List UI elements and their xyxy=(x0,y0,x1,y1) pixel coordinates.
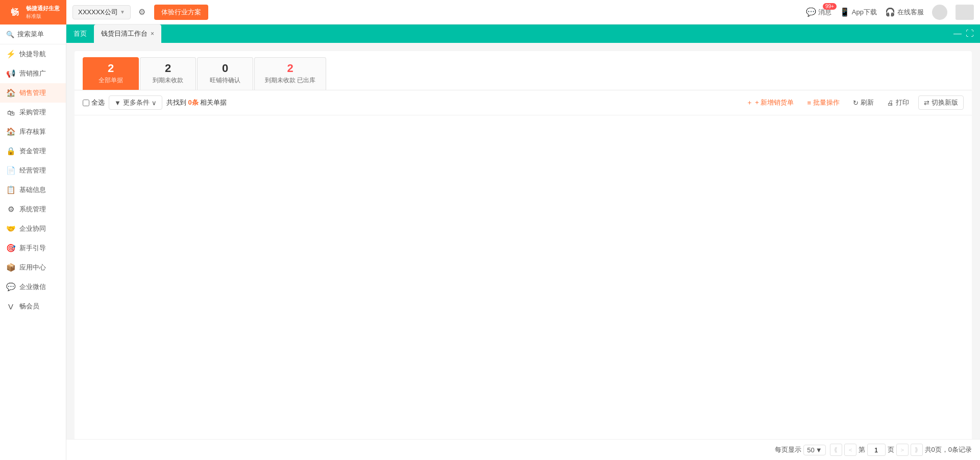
stat-label-overdue-unshipped: 到期未收款 已出库 xyxy=(265,76,315,85)
sidebar-icon-enterprise: 🤝 xyxy=(6,224,15,233)
sidebar-item-app-center[interactable]: 📦应用中心 xyxy=(0,258,66,277)
search-label: 搜索菜单 xyxy=(17,30,44,39)
sidebar-icon-basic-info: 📋 xyxy=(6,185,15,195)
online-service-action[interactable]: 🎧 在线客服 xyxy=(885,7,924,17)
switch-version-button[interactable]: ⇄ 切换新版 xyxy=(918,95,964,110)
chevron-down-icon: ▼ xyxy=(120,9,125,15)
sidebar-icon-app-center: 📦 xyxy=(6,263,15,272)
message-badge: 99+ xyxy=(823,3,837,10)
nav-tab-actions: — ⛶ xyxy=(953,29,980,38)
toolbar-right: ＋ + 新增销货单 ≡ 批量操作 ↻ 刷新 🖨 打印 ⇄ 切换新版 xyxy=(742,95,964,110)
stat-tab-overdue-unpaid[interactable]: 2 到期未收款 xyxy=(140,57,196,90)
tab-close-icon[interactable]: × xyxy=(151,30,154,37)
table-area xyxy=(75,115,972,371)
stat-number-overdue-unpaid: 2 xyxy=(151,62,185,75)
sidebar-item-purchase[interactable]: 🛍采购管理 xyxy=(0,103,66,122)
search-icon: 🔍 xyxy=(6,31,14,38)
prev-page-button[interactable]: ＜ xyxy=(844,444,856,456)
found-info: 共找到 0条 相关单据 xyxy=(166,98,227,107)
stat-tab-overdue-unshipped[interactable]: 2 到期未收款 已出库 xyxy=(254,57,326,90)
refresh-icon: ↻ xyxy=(853,99,859,107)
sidebar-icon-operations: 📄 xyxy=(6,166,15,175)
pagination: 每页显示 50 ▼ ⟪ ＜ 第 页 ＞ ⟫ 共0页，0条记录 xyxy=(66,439,980,460)
plus-icon: ＋ xyxy=(746,98,753,107)
sidebar-item-operations[interactable]: 📄经营管理 xyxy=(0,161,66,180)
sidebar-icon-sales: 🏠 xyxy=(6,88,15,98)
stat-tab-pending-confirm[interactable]: 0 旺铺待确认 xyxy=(197,57,253,90)
refresh-button[interactable]: ↻ 刷新 xyxy=(849,96,878,109)
sidebar-icon-wechat: 💬 xyxy=(6,282,15,292)
stat-label-all: 全部单据 xyxy=(93,76,128,85)
stat-label-pending-confirm: 旺铺待确认 xyxy=(208,76,242,85)
sidebar-icon-member: V xyxy=(6,302,15,311)
stat-label-overdue-unpaid: 到期未收款 xyxy=(151,76,185,85)
first-page-button[interactable]: ⟪ xyxy=(830,444,842,456)
tab-active[interactable]: 钱货日清工作台 × xyxy=(94,25,161,43)
select-chevron-icon: ▼ xyxy=(816,446,822,454)
sidebar-item-finance[interactable]: 🔒资金管理 xyxy=(0,141,66,161)
sidebar-item-marketing[interactable]: 📢营销推广 xyxy=(0,64,66,83)
sidebar-item-enterprise[interactable]: 🤝企业协同 xyxy=(0,219,66,238)
sidebar-label-member: 畅会员 xyxy=(19,302,39,311)
stat-number-overdue-unshipped: 2 xyxy=(265,62,315,75)
maximize-icon[interactable]: ⛶ xyxy=(966,29,974,38)
sidebar-label-wechat: 企业微信 xyxy=(19,282,46,292)
sidebar-icon-system: ⚙ xyxy=(6,205,15,214)
next-page-button[interactable]: ＞ xyxy=(896,444,909,456)
sidebar-item-sales[interactable]: 🏠销售管理 xyxy=(0,83,66,103)
sidebar-icon-quick-nav: ⚡ xyxy=(6,50,15,59)
sidebar: 🔍 搜索菜单 ⚡快捷导航📢营销推广🏠销售管理🛍采购管理🏠库存核算🔒资金管理📄经营… xyxy=(0,25,66,460)
home-tab-label: 首页 xyxy=(74,29,87,38)
last-page-button[interactable]: ⟫ xyxy=(911,444,923,456)
batch-operation-button[interactable]: ≡ 批量操作 xyxy=(803,96,844,109)
trial-button[interactable]: 体验行业方案 xyxy=(154,5,208,20)
app-download-label: App下载 xyxy=(852,8,877,17)
print-icon: 🖨 xyxy=(887,99,894,107)
content-panel: 2 全部单据 2 到期未收款 0 旺铺待确认 2 到期未收款 已出库 全选 ▼ … xyxy=(75,51,972,452)
sidebar-icon-finance: 🔒 xyxy=(6,147,15,156)
sidebar-item-system[interactable]: ⚙系统管理 xyxy=(0,200,66,219)
sidebar-icon-purchase: 🛍 xyxy=(6,108,15,117)
avatar[interactable] xyxy=(932,5,947,20)
sidebar-label-basic-info: 基础信息 xyxy=(19,185,46,195)
print-button[interactable]: 🖨 打印 xyxy=(883,96,913,109)
sidebar-item-guide[interactable]: 🎯新手引导 xyxy=(0,238,66,258)
sidebar-label-app-center: 应用中心 xyxy=(19,263,46,272)
page-size-select-box[interactable]: 50 ▼ xyxy=(803,445,825,455)
sidebar-icon-guide: 🎯 xyxy=(6,244,15,253)
sidebar-icon-marketing: 📢 xyxy=(6,69,15,78)
search-menu[interactable]: 🔍 搜索菜单 xyxy=(0,25,66,44)
select-all-checkbox[interactable] xyxy=(83,100,89,106)
filter-button[interactable]: ▼ 更多条件 ∨ xyxy=(109,95,162,110)
filter-chevron: ∨ xyxy=(152,99,157,107)
sidebar-label-enterprise: 企业协同 xyxy=(19,224,46,233)
sidebar-item-quick-nav[interactable]: ⚡快捷导航 xyxy=(0,44,66,64)
switch-icon: ⇄ xyxy=(924,99,929,107)
nav-tabs: 首页 钱货日清工作台 × — ⛶ xyxy=(66,25,980,43)
tab-home[interactable]: 首页 xyxy=(66,25,94,43)
username xyxy=(955,5,974,20)
stat-number-all: 2 xyxy=(93,62,128,75)
sidebar-label-marketing: 营销推广 xyxy=(19,69,46,78)
sidebar-label-quick-nav: 快捷导航 xyxy=(19,50,46,59)
company-selector[interactable]: XXXXXX公司 ▼ xyxy=(72,5,131,19)
add-sales-order-button[interactable]: ＋ + 新增销货单 xyxy=(742,96,798,109)
active-tab-label: 钱货日清工作台 xyxy=(101,29,148,38)
logo-text: 畅捷通好生意 标准版 xyxy=(26,5,60,19)
select-all-label[interactable]: 全选 xyxy=(83,98,105,107)
sidebar-item-basic-info[interactable]: 📋基础信息 xyxy=(0,180,66,200)
total-info: 共0页，0条记录 xyxy=(925,445,972,454)
headset-icon: 🎧 xyxy=(885,7,895,17)
stat-tab-all[interactable]: 2 全部单据 xyxy=(83,57,139,90)
page-number-input[interactable] xyxy=(867,444,886,456)
sidebar-item-member[interactable]: V畅会员 xyxy=(0,297,66,316)
settings-icon[interactable]: ⚙ xyxy=(134,4,150,20)
sidebar-label-sales: 销售管理 xyxy=(19,88,46,98)
sidebar-item-inventory[interactable]: 🏠库存核算 xyxy=(0,122,66,141)
sidebar-item-wechat[interactable]: 💬企业微信 xyxy=(0,277,66,297)
message-action[interactable]: 💬 消息 99+ xyxy=(806,7,831,17)
minimize-icon[interactable]: — xyxy=(953,29,962,38)
message-icon: 💬 xyxy=(806,7,816,17)
sidebar-label-finance: 资金管理 xyxy=(19,147,46,156)
app-download-action[interactable]: 📱 App下载 xyxy=(840,7,877,17)
